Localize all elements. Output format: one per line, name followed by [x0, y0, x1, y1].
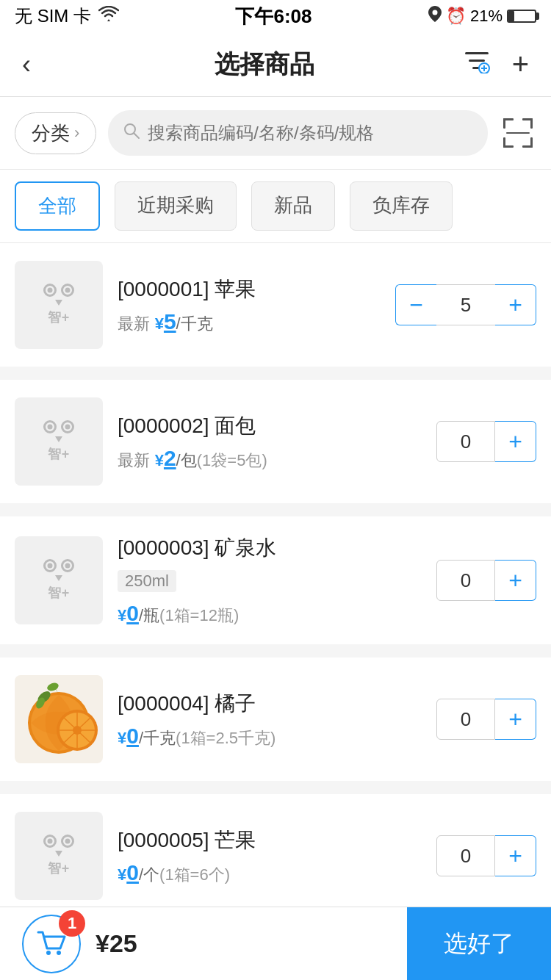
- product-image-p4: [15, 675, 103, 763]
- product-name-p4: [0000004] 橘子: [118, 690, 422, 718]
- product-spec-p3: 250ml: [118, 570, 176, 592]
- product-price-p5: ¥0/个(1箱=6个): [118, 860, 422, 886]
- svg-point-28: [73, 726, 82, 735]
- list-item: 智+ [0000002] 面包 最新 ¥2/包(1袋=5包) +: [0, 380, 551, 503]
- quantity-input-p1[interactable]: [436, 284, 495, 325]
- product-info-p1: [0000001] 苹果 最新 ¥5/千克: [118, 275, 381, 335]
- navbar: ‹ 选择商品 +: [0, 32, 551, 97]
- cart-icon[interactable]: 1: [22, 915, 81, 973]
- svg-rect-1: [465, 52, 489, 54]
- filter-icon[interactable]: [464, 48, 490, 80]
- back-button[interactable]: ‹: [22, 49, 66, 80]
- svg-point-32: [57, 951, 61, 955]
- product-image-p5: 智+: [15, 812, 103, 900]
- svg-rect-12: [530, 118, 533, 129]
- product-list: 智+ [0000001] 苹果 最新 ¥5/千克 − +: [0, 243, 551, 980]
- quantity-control-p2[interactable]: +: [436, 421, 536, 462]
- category-button[interactable]: 分类 ›: [15, 112, 96, 154]
- increase-button-p1[interactable]: +: [495, 284, 536, 325]
- svg-line-8: [134, 134, 140, 139]
- product-price-p3: ¥0/瓶(1箱=12瓶): [118, 601, 422, 627]
- product-price-p4: ¥0/千克(1箱=2.5千克): [118, 724, 422, 749]
- increase-button-p4[interactable]: +: [495, 699, 536, 740]
- battery-percent: 21%: [470, 7, 503, 26]
- svg-rect-17: [506, 132, 530, 134]
- product-image-p3: 智+: [15, 536, 103, 624]
- tab-negative[interactable]: 负库存: [350, 181, 453, 231]
- product-price-p1: 最新 ¥5/千克: [118, 309, 381, 335]
- list-item: 智+ [0000005] 芒果 ¥0/个(1箱=6个) +: [0, 794, 551, 918]
- product-image-p2: 智+: [15, 397, 103, 486]
- tab-recent[interactable]: 近期采购: [115, 181, 237, 231]
- svg-point-0: [432, 10, 437, 15]
- owl-placeholder: 智+: [43, 420, 74, 463]
- category-label: 分类: [32, 120, 70, 146]
- cart-section: 1 ¥25: [0, 915, 407, 973]
- tab-all[interactable]: 全部: [15, 181, 100, 231]
- alarm-icon: ⏰: [446, 7, 466, 26]
- owl-placeholder: 智+: [43, 835, 74, 877]
- carrier-label: 无 SIM 卡: [15, 4, 91, 28]
- product-name-p1: [0000001] 苹果: [118, 275, 381, 303]
- search-box[interactable]: [108, 110, 488, 156]
- svg-rect-10: [503, 118, 505, 129]
- location-icon: [428, 6, 442, 26]
- confirm-button[interactable]: 选好了: [407, 907, 551, 980]
- search-icon: [123, 121, 140, 145]
- status-bar: 无 SIM 卡 下午6:08 ⏰ 21%: [0, 0, 551, 32]
- decrease-button-p1[interactable]: −: [395, 284, 436, 325]
- svg-rect-14: [503, 137, 505, 148]
- search-input[interactable]: [148, 123, 473, 143]
- scan-button[interactable]: [500, 115, 536, 151]
- quantity-input-p4[interactable]: [436, 699, 495, 740]
- owl-placeholder: 智+: [43, 284, 74, 326]
- list-item: 智+ [0000003] 矿泉水 250ml ¥0/瓶(1箱=12瓶) +: [0, 516, 551, 644]
- product-name-p5: [0000005] 芒果: [118, 826, 422, 854]
- cart-badge: 1: [59, 910, 85, 937]
- increase-button-p5[interactable]: +: [495, 835, 536, 876]
- product-info-p3: [0000003] 矿泉水 250ml ¥0/瓶(1箱=12瓶): [118, 534, 422, 627]
- filter-row: 分类 ›: [0, 97, 551, 170]
- increase-button-p3[interactable]: +: [495, 560, 536, 601]
- product-name-p3: [0000003] 矿泉水: [118, 534, 422, 562]
- tab-new[interactable]: 新品: [251, 181, 335, 231]
- product-info-p4: [0000004] 橘子 ¥0/千克(1箱=2.5千克): [118, 690, 422, 749]
- chevron-right-icon: ›: [74, 123, 79, 143]
- product-image-p1: 智+: [15, 261, 103, 349]
- quantity-control-p1[interactable]: − +: [395, 284, 536, 325]
- quantity-control-p5[interactable]: +: [436, 835, 536, 876]
- time-display: 下午6:08: [235, 4, 311, 29]
- add-button[interactable]: +: [512, 48, 529, 81]
- page-title: 选择商品: [215, 48, 314, 82]
- increase-button-p2[interactable]: +: [495, 421, 536, 462]
- product-info-p2: [0000002] 面包 最新 ¥2/包(1袋=5包): [118, 412, 422, 472]
- status-right: ⏰ 21%: [428, 6, 536, 26]
- product-name-p2: [0000002] 面包: [118, 412, 422, 440]
- wifi-icon: [98, 6, 119, 26]
- quantity-input-p3[interactable]: [436, 560, 495, 601]
- owl-placeholder: 智+: [43, 559, 74, 602]
- quantity-input-p5[interactable]: [436, 835, 495, 876]
- list-item: [0000004] 橘子 ¥0/千克(1箱=2.5千克) +: [0, 657, 551, 781]
- status-left: 无 SIM 卡: [15, 4, 119, 28]
- tabs-row: 全部 近期采购 新品 负库存: [0, 170, 551, 243]
- svg-rect-2: [469, 60, 485, 62]
- quantity-control-p3[interactable]: +: [436, 560, 536, 601]
- bottom-bar: 1 ¥25 选好了: [0, 907, 551, 980]
- svg-point-31: [46, 951, 51, 955]
- battery-icon: [507, 10, 536, 23]
- svg-rect-16: [530, 137, 533, 148]
- quantity-control-p4[interactable]: +: [436, 699, 536, 740]
- list-item: 智+ [0000001] 苹果 最新 ¥5/千克 − +: [0, 243, 551, 367]
- nav-actions: +: [464, 48, 529, 81]
- cart-total: ¥25: [96, 929, 137, 958]
- quantity-input-p2[interactable]: [436, 421, 495, 462]
- product-info-p5: [0000005] 芒果 ¥0/个(1箱=6个): [118, 826, 422, 886]
- product-price-p2: 最新 ¥2/包(1袋=5包): [118, 446, 422, 472]
